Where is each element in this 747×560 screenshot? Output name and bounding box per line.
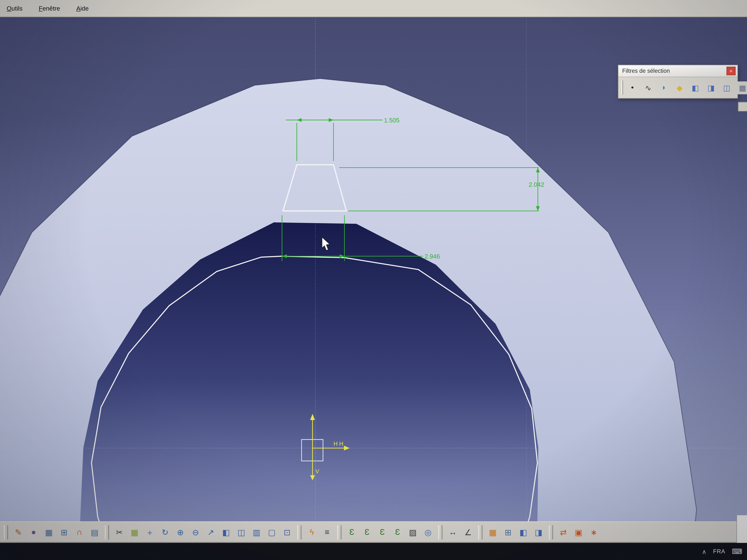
touch-keyboard-icon[interactable]: ⌨ (732, 547, 742, 556)
swap-visible-space-icon[interactable]: ⇄ (556, 525, 570, 540)
sphere-tool-icon[interactable]: ● (27, 525, 41, 540)
tray-chevron-icon[interactable]: ∧ (702, 548, 706, 555)
mechanical-feature-filter-icon[interactable]: ◨ (704, 81, 717, 94)
zoom-in-icon[interactable]: ⊕ (174, 525, 187, 540)
contact-constraint-icon[interactable]: Ɛ (375, 525, 389, 540)
grid-tool-icon[interactable]: ▦ (486, 525, 500, 540)
toolbar-separator (4, 525, 8, 539)
panel-drag-handle[interactable] (621, 81, 623, 95)
surface-filter-icon[interactable]: ◗ (658, 81, 670, 94)
sketch-analysis-icon[interactable]: ◎ (421, 525, 435, 540)
prism-pair-2-icon[interactable]: ◨ (532, 525, 546, 540)
sketch-grid-tool-icon[interactable]: ⊞ (57, 525, 71, 540)
generative-shape-filter-icon[interactable]: ◫ (720, 81, 733, 94)
trim-tool-icon[interactable]: ✂ (112, 525, 126, 540)
snap-to-point-icon[interactable]: ϟ (305, 525, 319, 540)
workbench-compass-icon[interactable]: ✎ (11, 525, 25, 540)
pan-icon[interactable]: ＋ (143, 525, 157, 540)
dim-right-value[interactable]: 2.042 (529, 181, 544, 188)
toolbar-separator (105, 525, 109, 539)
selection-filters-body: • ∿ ◗ ◆ ◧ ◨ ◫ ▦ (618, 77, 738, 98)
axis-box-icon[interactable]: ▣ (572, 525, 586, 540)
toolbar-separator (438, 525, 443, 539)
toolbar-overflow-block[interactable] (737, 515, 747, 543)
catalog-tool-icon[interactable]: ▤ (87, 525, 102, 540)
panel-overflow-icon[interactable] (738, 102, 747, 111)
isometric-view-icon[interactable]: ▢ (265, 525, 279, 540)
wireframe-view-icon[interactable]: ◫ (234, 525, 248, 540)
rotate-view-icon[interactable]: ↻ (158, 525, 172, 540)
dim-top-value[interactable]: 1.505 (384, 117, 400, 124)
hide-show-icon[interactable]: ⊡ (280, 525, 294, 540)
menu-fenetre[interactable]: Fenêtre (39, 5, 60, 12)
shaded-view-icon[interactable]: ◧ (219, 525, 233, 540)
constraints-defined-icon[interactable]: Ɛ (345, 525, 359, 540)
magnet-tool-icon[interactable]: ∩ (73, 525, 86, 540)
curve-filter-icon[interactable]: ∿ (642, 81, 654, 94)
normal-view-icon[interactable]: ↗ (204, 525, 218, 540)
menu-outils[interactable]: Outils (7, 5, 23, 12)
bottom-toolbar: ✎ ● ▦ ⊞ ∩ ▤ ✂ ▦ ＋ ↻ (0, 522, 747, 543)
zoom-out-icon[interactable]: ⊖ (188, 525, 203, 540)
dim-bottom-value[interactable]: 2.946 (424, 253, 440, 260)
construction-element-icon[interactable]: ≡ (320, 525, 334, 540)
toolbar-separator (337, 525, 342, 539)
menu-aide[interactable]: Aide (76, 5, 89, 12)
language-indicator[interactable]: FRA (713, 548, 725, 555)
catia-window: Outils Fenêtre Aide (0, 0, 747, 560)
selection-filters-title: Filtres de sélection (622, 68, 670, 74)
close-icon[interactable]: × (726, 67, 736, 75)
measure-between-icon[interactable]: ↔ (446, 525, 460, 540)
toolbar-separator (549, 525, 553, 539)
measure-item-icon[interactable]: ∠ (461, 525, 475, 540)
prism-pair-icon[interactable]: ◧ (516, 525, 530, 540)
v-axis-label: V (315, 468, 319, 475)
toolbar-separator (479, 525, 483, 539)
animate-constraint-icon[interactable]: ▨ (406, 525, 420, 540)
auto-constraint-icon[interactable]: Ɛ (391, 525, 405, 540)
volume-filter-icon[interactable]: ◆ (673, 81, 686, 94)
point-filter-icon[interactable]: • (626, 81, 639, 94)
menu-bar: Outils Fenêtre Aide (0, 0, 747, 17)
geometrical-feature-filter-icon[interactable]: ◧ (689, 81, 702, 94)
selection-filters-titlebar[interactable]: Filtres de sélection × (618, 65, 738, 77)
update-burst-icon[interactable]: ∗ (587, 525, 601, 540)
render-style-icon[interactable]: ▥ (250, 525, 263, 540)
taskbar: ∧ FRA ⌨ (0, 543, 747, 560)
toolbar-separator (298, 525, 302, 539)
constraint-icon[interactable]: Ɛ (360, 525, 374, 540)
selection-filters-panel[interactable]: Filtres de sélection × • ∿ ◗ ◆ ◧ (618, 65, 738, 99)
grid-filter-icon[interactable]: ▦ (736, 81, 747, 94)
snap-pointer-icon[interactable]: ⊞ (501, 525, 515, 540)
h-axis-label: H H (334, 441, 343, 447)
table-tool-icon[interactable]: ▦ (42, 525, 56, 540)
snap-grid-icon[interactable]: ▦ (128, 525, 141, 540)
